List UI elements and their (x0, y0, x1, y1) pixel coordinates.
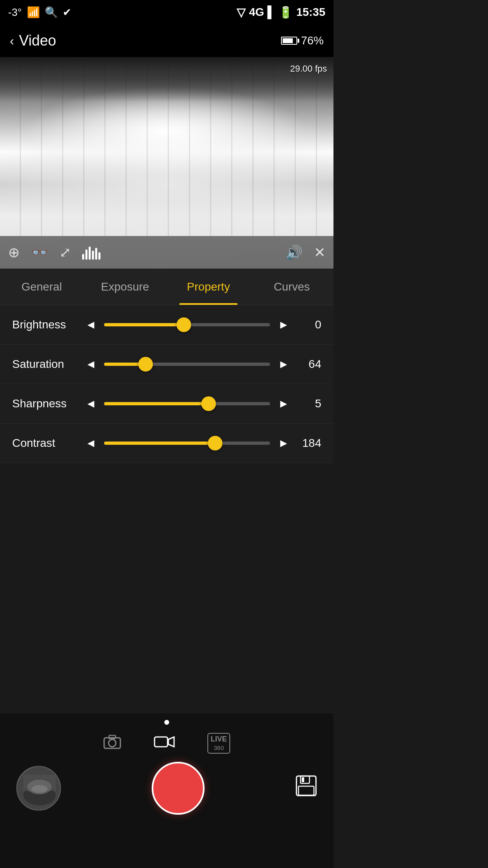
clock: 15:35 (296, 6, 325, 19)
fps-badge: 29.00 fps (290, 63, 327, 74)
record-button[interactable] (152, 762, 205, 815)
search-icon: 🔍 (45, 6, 58, 19)
battery-percent: 76% (301, 34, 324, 47)
svg-rect-2 (109, 735, 115, 739)
equalizer-icon (82, 245, 100, 260)
mode-icons: LIVE 360 (103, 733, 230, 754)
contrast-slider[interactable] (104, 442, 270, 445)
check-icon: ✔ (63, 6, 72, 19)
header: ‹ Video 76% (0, 24, 333, 57)
contrast-row: Contrast ◀ ▶ 184 (0, 424, 333, 463)
sharpness-label: Sharpness (12, 397, 77, 410)
sharpness-increment[interactable]: ▶ (277, 398, 290, 409)
save-button[interactable] (295, 775, 317, 802)
brightness-value: 0 (297, 318, 321, 331)
tab-bar: General Exposure Property Curves (0, 269, 333, 305)
page-title: Video (19, 32, 56, 49)
back-button[interactable]: ‹ (10, 33, 14, 48)
signal-icon: ▽ (237, 6, 246, 19)
bottom-bar: LIVE 360 (0, 713, 333, 868)
sharpness-fill (104, 402, 209, 405)
camera-mode-icon[interactable] (103, 733, 121, 754)
video-controls-right: 🔊 ✕ (285, 244, 325, 260)
contrast-increment[interactable]: ▶ (277, 438, 290, 448)
status-right: ▽ 4G ▌ 🔋 15:35 (237, 6, 325, 19)
status-left: -3° 📶 🔍 ✔ (8, 6, 72, 19)
temperature: -3° (8, 6, 22, 19)
tab-curves[interactable]: Curves (250, 269, 333, 305)
contrast-value: 184 (297, 437, 321, 450)
battery-body (281, 37, 297, 45)
close-icon[interactable]: ✕ (314, 244, 325, 260)
saturation-row: Saturation ◀ ▶ 64 (0, 345, 333, 384)
saturation-value: 64 (297, 358, 321, 371)
sharpness-slider[interactable] (104, 402, 270, 405)
contrast-fill (104, 442, 215, 445)
battery-icon-header (281, 37, 298, 45)
saturation-label: Saturation (12, 358, 77, 371)
scroll-indicator (164, 720, 169, 725)
brightness-decrement[interactable]: ◀ (85, 319, 97, 330)
saturation-increment[interactable]: ▶ (277, 359, 290, 370)
brightness-increment[interactable]: ▶ (277, 319, 290, 330)
brightness-row: Brightness ◀ ▶ 0 (0, 305, 333, 345)
sharpness-row: Sharpness ◀ ▶ 5 (0, 384, 333, 424)
thumbnail-preview[interactable] (16, 766, 61, 811)
wifi-icon: 📶 (27, 6, 40, 19)
brightness-thumb[interactable] (176, 317, 191, 332)
brightness-fill (104, 323, 184, 326)
svg-rect-12 (298, 786, 314, 795)
video-controls: ⊕ 👓 ⤢ 🔊 ✕ (0, 236, 333, 269)
bottom-controls (0, 762, 333, 815)
contrast-label: Contrast (12, 437, 77, 450)
network-type: 4G (249, 6, 264, 19)
saturation-thumb[interactable] (138, 357, 153, 372)
sharpness-thumb[interactable] (201, 396, 216, 411)
tab-property[interactable]: Property (167, 269, 250, 305)
volume-icon[interactable]: 🔊 (285, 244, 303, 260)
video-preview: 29.00 fps ⊕ 👓 ⤢ 🔊 ✕ (0, 57, 333, 269)
battery-display: 76% (281, 34, 324, 47)
svg-marker-4 (168, 737, 174, 747)
svg-point-9 (31, 785, 48, 793)
header-left: ‹ Video (10, 32, 56, 49)
status-bar: -3° 📶 🔍 ✔ ▽ 4G ▌ 🔋 15:35 (0, 0, 333, 24)
svg-point-1 (109, 739, 116, 747)
sharpness-value: 5 (297, 397, 321, 410)
saturation-slider[interactable] (104, 363, 270, 366)
video-controls-left: ⊕ 👓 ⤢ (8, 244, 100, 260)
video-mode-icon[interactable] (154, 733, 175, 754)
vr-icon[interactable]: 👓 (31, 244, 48, 260)
tab-general[interactable]: General (0, 269, 83, 305)
sliders-section: Brightness ◀ ▶ 0 Saturation ◀ ▶ 64 Sharp… (0, 305, 333, 463)
sharpness-decrement[interactable]: ◀ (85, 398, 97, 409)
live360-mode-icon[interactable]: LIVE 360 (207, 733, 230, 754)
battery-fill (283, 38, 293, 43)
contrast-thumb[interactable] (208, 436, 222, 450)
expand-icon[interactable]: ⤢ (59, 244, 71, 260)
signal-bars-icon: ▌ (268, 6, 276, 19)
contrast-decrement[interactable]: ◀ (85, 438, 97, 448)
tree-overlay (0, 57, 333, 236)
svg-rect-3 (155, 737, 168, 747)
crosshair-icon[interactable]: ⊕ (8, 244, 20, 260)
saturation-decrement[interactable]: ◀ (85, 359, 97, 370)
tab-exposure[interactable]: Exposure (83, 269, 167, 305)
svg-rect-13 (302, 777, 304, 782)
battery-icon: 🔋 (279, 6, 293, 19)
brightness-slider[interactable] (104, 323, 270, 326)
brightness-label: Brightness (12, 318, 77, 331)
